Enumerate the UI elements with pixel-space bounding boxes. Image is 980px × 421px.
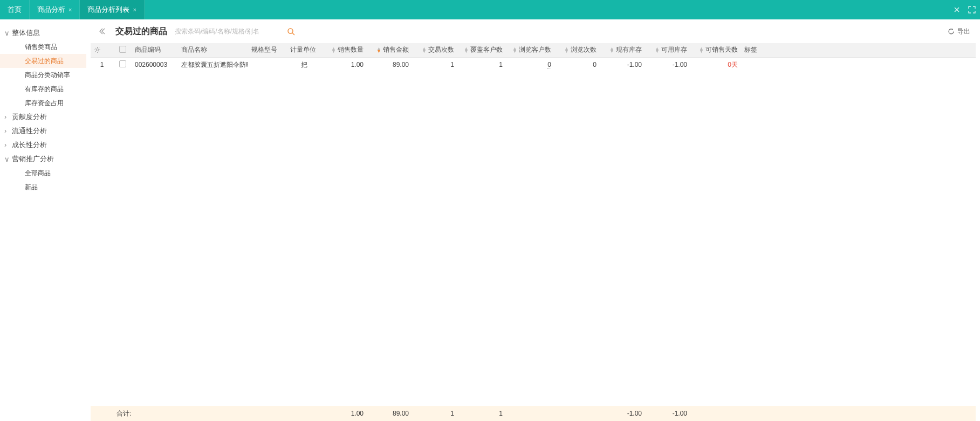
fullscreen-icon[interactable] xyxy=(968,6,976,13)
tab-label: 商品分析 xyxy=(37,5,65,15)
sidebar: ∨ 整体信息 销售类商品 交易过的商品 商品分类动销率 有库存的商品 库存资金占… xyxy=(0,19,86,421)
content-header: 交易过的商品 导出 xyxy=(86,19,980,43)
refresh-icon xyxy=(948,28,955,35)
column-sell-days[interactable]: ▲▼可销售天数 xyxy=(690,43,741,57)
column-unit[interactable]: 计量单位 xyxy=(287,43,321,57)
column-customers[interactable]: ▲▼覆盖客户数 xyxy=(457,43,506,57)
column-trade-count[interactable]: ▲▼交易次数 xyxy=(412,43,457,57)
sidebar-group-label: 贡献度分析 xyxy=(12,113,47,122)
column-name[interactable]: 商品名称 xyxy=(178,43,248,57)
search-input[interactable] xyxy=(175,25,283,37)
sidebar-item-label: 全部商品 xyxy=(25,169,51,178)
totals-label: 合计: xyxy=(113,406,178,421)
column-stock-now[interactable]: ▲▼现有库存 xyxy=(600,43,645,57)
column-checkbox[interactable] xyxy=(113,43,132,57)
row-checkbox[interactable] xyxy=(119,60,126,67)
column-tags[interactable]: 标签 xyxy=(741,43,976,57)
close-icon[interactable]: × xyxy=(68,6,72,13)
column-stock-avail[interactable]: ▲▼可用库存 xyxy=(645,43,690,57)
cell-tags xyxy=(741,57,976,72)
cell-unit: 把 xyxy=(287,57,321,72)
column-gear[interactable] xyxy=(91,43,113,57)
totals-qty: 1.00 xyxy=(321,406,367,421)
gear-icon xyxy=(94,46,110,53)
tab-label: 首页 xyxy=(8,5,22,15)
tab-product-analysis[interactable]: 商品分析 × xyxy=(30,0,80,19)
chevron-right-icon: › xyxy=(4,127,11,135)
cell-code: 002600003 xyxy=(132,57,178,72)
topbar-actions xyxy=(953,0,980,19)
totals-trade-count: 1 xyxy=(412,406,457,421)
sidebar-group-contribution[interactable]: › 贡献度分析 xyxy=(0,110,86,124)
column-spec[interactable]: 规格型号 xyxy=(248,43,287,57)
checkbox-all[interactable] xyxy=(119,46,126,53)
sidebar-item-in-stock-products[interactable]: 有库存的商品 xyxy=(0,82,86,96)
chevron-right-icon: › xyxy=(4,113,11,121)
sidebar-item-label: 库存资金占用 xyxy=(25,99,64,108)
collapse-sidebar-button[interactable] xyxy=(96,25,108,37)
svg-point-2 xyxy=(97,49,99,51)
search-icon[interactable] xyxy=(287,27,295,36)
cell-sell-days: 0天 xyxy=(690,57,741,72)
product-table: 商品编码 商品名称 规格型号 计量单位 ▲▼销售数量 ▲▼销售金额 ▲▼交易次数… xyxy=(91,43,976,72)
sidebar-item-label: 有库存的商品 xyxy=(25,85,64,94)
chevron-down-icon: ∨ xyxy=(4,29,11,37)
totals-amount: 89.00 xyxy=(367,406,412,421)
column-code[interactable]: 商品编码 xyxy=(132,43,178,57)
totals-row: 合计: 1.00 89.00 1 1 -1.00 -1.00 xyxy=(91,406,976,421)
top-tab-bar: 首页 商品分析 × 商品分析列表 × xyxy=(0,0,980,19)
sidebar-group-growth[interactable]: › 成长性分析 xyxy=(0,138,86,152)
tab-label: 商品分析列表 xyxy=(87,5,129,15)
cell-index: 1 xyxy=(91,57,113,72)
chevron-right-icon: › xyxy=(4,141,11,149)
sidebar-item-all-products[interactable]: 全部商品 xyxy=(0,166,86,180)
cell-checkbox[interactable] xyxy=(113,57,132,72)
cell-trade-count: 1 xyxy=(412,57,457,72)
chevron-down-icon: ∨ xyxy=(4,155,11,163)
cell-customers: 1 xyxy=(457,57,506,72)
export-button[interactable]: 导出 xyxy=(948,27,970,36)
sidebar-item-label: 新品 xyxy=(25,183,38,192)
tab-home[interactable]: 首页 xyxy=(0,0,30,19)
sidebar-item-category-turnover[interactable]: 商品分类动销率 xyxy=(0,68,86,82)
table-header-row: 商品编码 商品名称 规格型号 计量单位 ▲▼销售数量 ▲▼销售金额 ▲▼交易次数… xyxy=(91,43,976,57)
cell-stock-now: -1.00 xyxy=(600,57,645,72)
column-amount[interactable]: ▲▼销售金额 xyxy=(367,43,412,57)
page-title: 交易过的商品 xyxy=(115,26,167,37)
sidebar-item-new-products[interactable]: 新品 xyxy=(0,180,86,194)
sidebar-item-stock-capital[interactable]: 库存资金占用 xyxy=(0,96,86,110)
sidebar-item-sales-products[interactable]: 销售类商品 xyxy=(0,40,86,54)
column-view-customers[interactable]: ▲▼浏览客户数 xyxy=(506,43,554,57)
close-all-icon[interactable] xyxy=(953,6,961,13)
table-area: 商品编码 商品名称 规格型号 计量单位 ▲▼销售数量 ▲▼销售金额 ▲▼交易次数… xyxy=(86,43,980,421)
totals-stock-avail: -1.00 xyxy=(645,406,690,421)
sidebar-group-label: 营销推广分析 xyxy=(12,155,54,164)
svg-line-1 xyxy=(292,33,294,35)
column-view-count[interactable]: ▲▼浏览次数 xyxy=(554,43,600,57)
totals-stock-now: -1.00 xyxy=(600,406,645,421)
sidebar-group-label: 流通性分析 xyxy=(12,127,47,136)
sidebar-item-label: 销售类商品 xyxy=(25,43,57,52)
cell-spec xyxy=(248,57,287,72)
sidebar-group-circulation[interactable]: › 流通性分析 xyxy=(0,124,86,138)
sidebar-item-traded-products[interactable]: 交易过的商品 xyxy=(0,54,86,68)
svg-point-0 xyxy=(288,29,293,33)
search-box xyxy=(175,25,295,37)
cell-view-customers[interactable]: 0 xyxy=(506,57,554,72)
sidebar-item-label: 交易过的商品 xyxy=(25,57,64,66)
cell-qty: 1.00 xyxy=(321,57,367,72)
sidebar-item-label: 商品分类动销率 xyxy=(25,71,70,80)
sidebar-group-marketing[interactable]: ∨ 营销推广分析 xyxy=(0,152,86,166)
column-qty[interactable]: ▲▼销售数量 xyxy=(321,43,367,57)
table-row[interactable]: 1 002600003 左都胶囊五折遮阳伞防晒伞; 把 1.00 89.00 1… xyxy=(91,57,976,72)
sidebar-group-label: 成长性分析 xyxy=(12,141,47,150)
totals-table: 合计: 1.00 89.00 1 1 -1.00 -1.00 xyxy=(91,406,976,421)
cell-name: 左都胶囊五折遮阳伞防晒伞; xyxy=(178,57,248,72)
sidebar-group-label: 整体信息 xyxy=(12,29,40,38)
sidebar-group-overview[interactable]: ∨ 整体信息 xyxy=(0,26,86,40)
close-icon[interactable]: × xyxy=(133,6,136,13)
tab-product-analysis-list[interactable]: 商品分析列表 × xyxy=(80,0,144,19)
cell-view-count: 0 xyxy=(554,57,600,72)
content-area: 交易过的商品 导出 xyxy=(86,19,980,421)
totals-customers: 1 xyxy=(457,406,506,421)
